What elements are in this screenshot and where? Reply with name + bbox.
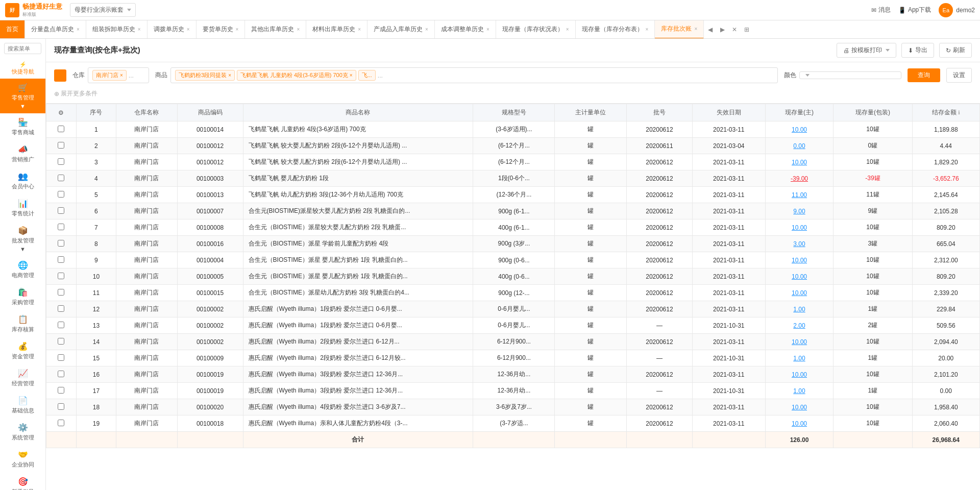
td-stock-main[interactable]: 10.00 bbox=[765, 252, 834, 268]
color-input[interactable] bbox=[799, 71, 901, 79]
td-stock-main[interactable]: 10.00 bbox=[765, 154, 834, 170]
sidebar-item-ecommerce[interactable]: 🌐 电商管理 bbox=[0, 256, 45, 283]
td-stock-main[interactable]: 3.00 bbox=[765, 236, 834, 252]
filter-toggle-btn[interactable] bbox=[54, 69, 66, 82]
message-btn[interactable]: ✉ 消息 bbox=[871, 6, 891, 14]
sidebar-item-retail-store[interactable]: 🏪 零售商城 bbox=[0, 113, 45, 140]
sidebar-item-basic-info[interactable]: 📄 基础信息 bbox=[0, 391, 45, 419]
td-stock-main[interactable]: 10.00 bbox=[765, 121, 834, 138]
tab-other-out[interactable]: 其他出库单历史 × bbox=[245, 20, 306, 39]
sidebar-item-enterprise[interactable]: 🤝 企业协同 bbox=[0, 446, 45, 473]
settings-button[interactable]: 设置 bbox=[946, 68, 972, 83]
tab-close-icon[interactable]: × bbox=[77, 27, 80, 32]
td-stock-main[interactable]: 11.00 bbox=[765, 187, 834, 203]
tab-nav-next[interactable]: ▶ bbox=[716, 20, 728, 39]
td-checkbox[interactable] bbox=[46, 138, 77, 154]
td-stock-main[interactable]: 1.00 bbox=[765, 383, 834, 399]
td-stock-main[interactable]: 2.00 bbox=[765, 317, 834, 334]
sidebar-item-marketing[interactable]: 📣 营销推广 bbox=[0, 140, 45, 167]
tab-close-icon[interactable]: × bbox=[694, 26, 697, 32]
tab-transfer[interactable]: 调拨单历史 × bbox=[148, 20, 197, 39]
td-checkbox[interactable] bbox=[46, 252, 77, 268]
td-stock-main[interactable]: 10.00 bbox=[765, 334, 834, 350]
td-checkbox[interactable] bbox=[46, 399, 77, 415]
product-tag-2-remove[interactable]: × bbox=[350, 72, 353, 78]
td-checkbox[interactable] bbox=[46, 203, 77, 219]
tab-batch-ledger[interactable]: 库存批次账 × bbox=[655, 20, 704, 39]
td-checkbox[interactable] bbox=[46, 121, 77, 138]
td-checkbox[interactable] bbox=[46, 383, 77, 399]
tab-combo[interactable]: 组装拆卸单历史 × bbox=[86, 20, 148, 39]
tab-close-icon[interactable]: × bbox=[187, 27, 190, 32]
td-checkbox[interactable] bbox=[46, 268, 77, 285]
warehouse-input[interactable]: 南岸门店 × ... bbox=[88, 67, 149, 83]
td-stock-main[interactable]: -39.00 bbox=[765, 170, 834, 187]
tab-split-inventory[interactable]: 分量盘点单历史 × bbox=[25, 20, 86, 39]
tab-close-icon[interactable]: × bbox=[566, 27, 569, 32]
sidebar-item-finance[interactable]: 💰 资金管理 bbox=[0, 337, 45, 364]
export-button[interactable]: ⬇ 导出 bbox=[901, 43, 934, 58]
td-stock-main[interactable]: 1.00 bbox=[765, 350, 834, 366]
industry-selector[interactable]: 母婴行业演示账套 bbox=[70, 3, 136, 17]
app-download-btn[interactable]: 📱 App下载 bbox=[898, 6, 931, 14]
td-checkbox[interactable] bbox=[46, 366, 77, 383]
td-stock-main[interactable]: 10.00 bbox=[765, 268, 834, 285]
sidebar-item-purchase[interactable]: 🛍️ 采购管理 bbox=[0, 283, 45, 310]
td-checkbox[interactable] bbox=[46, 317, 77, 334]
sidebar-item-member[interactable]: 👥 会员中心 bbox=[0, 167, 45, 194]
expand-conditions-btn[interactable]: ⊕ 展开更多条件 bbox=[54, 86, 972, 98]
td-checkbox[interactable] bbox=[46, 219, 77, 236]
td-stock-main[interactable]: 9.00 bbox=[765, 203, 834, 219]
th-settings[interactable]: ⚙ bbox=[46, 104, 77, 121]
td-stock-main[interactable]: 10.00 bbox=[765, 415, 834, 432]
tab-close-all[interactable]: ✕ bbox=[728, 20, 741, 39]
td-checkbox[interactable] bbox=[46, 285, 77, 301]
tab-close-icon[interactable]: × bbox=[358, 27, 361, 32]
tab-product-in[interactable]: 产成品入库单历史 × bbox=[368, 20, 435, 39]
td-checkbox[interactable] bbox=[46, 350, 77, 366]
settings-icon[interactable]: ⚙ bbox=[58, 109, 64, 116]
tab-menu[interactable]: ⊞ bbox=[741, 20, 753, 39]
td-checkbox[interactable] bbox=[46, 187, 77, 203]
tab-inventory-distribution[interactable]: 现存量（库存分布表） × bbox=[576, 20, 655, 39]
tab-close-icon[interactable]: × bbox=[297, 27, 300, 32]
tab-close-icon[interactable]: × bbox=[486, 27, 489, 32]
td-checkbox[interactable] bbox=[46, 334, 77, 350]
td-stock-main[interactable]: 0.00 bbox=[765, 138, 834, 154]
tab-close-icon[interactable]: × bbox=[646, 27, 649, 32]
warehouse-tag-remove[interactable]: × bbox=[120, 72, 123, 78]
product-input[interactable]: 飞鹤奶粉3段同提装 × 飞鹤星飞帆 儿童奶粉 4段(3-6岁适用) 700克 ×… bbox=[170, 67, 778, 83]
td-stock-main[interactable]: 1.00 bbox=[765, 301, 834, 317]
sidebar-item-system[interactable]: ⚙️ 系统管理 bbox=[0, 419, 45, 446]
td-stock-main[interactable]: 10.00 bbox=[765, 366, 834, 383]
tab-cost-adjust[interactable]: 成本调整单历史 × bbox=[435, 20, 496, 39]
search-input[interactable] bbox=[4, 43, 41, 54]
td-stock-main[interactable]: 10.00 bbox=[765, 285, 834, 301]
sidebar-item-ops[interactable]: 📈 经营管理 bbox=[0, 364, 45, 391]
tab-material-out[interactable]: 材料出库单历史 × bbox=[306, 20, 368, 39]
td-checkbox[interactable] bbox=[46, 301, 77, 317]
tab-close-icon[interactable]: × bbox=[236, 27, 239, 32]
refresh-button[interactable]: ↻ 刷新 bbox=[939, 43, 972, 58]
tab-close-icon[interactable]: × bbox=[138, 27, 141, 32]
td-checkbox[interactable] bbox=[46, 170, 77, 187]
sidebar-item-retail-mgmt[interactable]: 🛒 零售管理 ▼ bbox=[0, 79, 45, 113]
print-button[interactable]: 🖨 按模板打印 bbox=[837, 43, 896, 58]
tab-nav-prev[interactable]: ◀ bbox=[704, 20, 716, 39]
product-tag-1-remove[interactable]: × bbox=[228, 72, 231, 78]
tab-close-icon[interactable]: × bbox=[425, 27, 428, 32]
search-button[interactable]: 查询 bbox=[908, 68, 940, 82]
quick-nav[interactable]: ⚡ 快捷导航 bbox=[0, 58, 45, 79]
sidebar-item-inventory[interactable]: 📋 库存核算 bbox=[0, 310, 45, 337]
td-stock-main[interactable]: 10.00 bbox=[765, 219, 834, 236]
sidebar-item-wholesale[interactable]: 📦 批发管理 ▼ bbox=[0, 222, 45, 256]
sidebar-item-guide[interactable]: 🎯 新手引导 bbox=[0, 473, 45, 490]
tab-home[interactable]: 首页 bbox=[0, 20, 25, 39]
td-checkbox[interactable] bbox=[46, 415, 77, 432]
balance-info-icon[interactable]: ℹ bbox=[958, 110, 960, 115]
tab-inventory-status[interactable]: 现存量（库存状况表） × bbox=[496, 20, 576, 39]
td-checkbox[interactable] bbox=[46, 154, 77, 170]
tab-request[interactable]: 要货单历史 × bbox=[197, 20, 246, 39]
sidebar-item-retail-stats[interactable]: 📊 零售统计 bbox=[0, 194, 45, 222]
td-checkbox[interactable] bbox=[46, 236, 77, 252]
